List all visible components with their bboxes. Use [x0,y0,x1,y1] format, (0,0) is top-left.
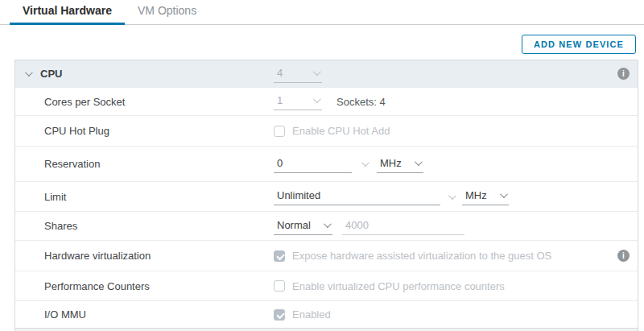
reservation-label: Reservation [15,158,274,170]
row-cpu-hot-plug: CPU Hot Plug Enable CPU Hot Add [15,115,638,146]
cpu-hot-add-checkbox-label: Enable CPU Hot Add [292,125,390,137]
cpu-section-title: CPU [40,68,62,80]
hardware-virtualization-label: Hardware virtualization [15,250,274,262]
row-cores-per-socket: Cores per Socket 1 Sockets: 4 [15,87,638,115]
expose-hw-virtualization-label: Expose hardware assisted virtualization … [292,250,551,262]
info-icon[interactable]: i [617,68,630,80]
reservation-input[interactable] [274,155,352,173]
shares-level-value: Normal [277,219,311,231]
cpu-count-value: 4 [277,67,283,79]
expose-hw-virtualization-checkbox[interactable] [274,250,285,262]
performance-counters-checkbox-label: Enable virtualized CPU performance count… [292,280,505,292]
chevron-down-icon [415,158,423,166]
tab-virtual-hardware[interactable]: Virtual Hardware [10,0,125,25]
next-section-header[interactable] [15,328,638,331]
performance-counters-checkbox[interactable] [274,280,285,292]
chevron-down-icon [324,220,332,228]
row-shares: Shares Normal [15,211,638,240]
row-reservation: Reservation MHz [15,146,638,181]
chevron-down-icon[interactable] [448,192,456,200]
row-hardware-virtualization: Hardware virtualization Expose hardware … [15,240,638,271]
reservation-unit-value: MHz [380,157,402,169]
reservation-unit-select[interactable]: MHz [377,155,423,173]
cpu-hot-plug-label: CPU Hot Plug [15,125,274,137]
cores-per-socket-select[interactable]: 1 [274,93,322,110]
info-icon[interactable]: i [617,250,630,262]
io-mmu-checkbox-label: Enabled [292,308,331,321]
chevron-down-icon[interactable] [361,159,369,167]
sockets-count-text: Sockets: 4 [336,96,386,108]
row-limit: Limit MHz [15,181,638,211]
limit-unit-value: MHz [465,189,487,201]
chevron-down-icon [313,95,321,103]
shares-value-input[interactable] [342,217,464,235]
shares-label: Shares [15,220,274,232]
virtual-hardware-panel: CPU 4 i Cores per Socket 1 Sockets: 4 CP… [14,60,638,331]
io-mmu-label: I/O MMU [15,308,274,321]
tab-vm-options[interactable]: VM Options [125,0,209,25]
tab-bar: Virtual Hardware VM Options [0,0,644,25]
device-toolbar: ADD NEW DEVICE [0,25,644,55]
chevron-down-icon [500,190,508,198]
io-mmu-checkbox[interactable] [274,309,285,321]
cpu-section-header[interactable]: CPU 4 i [15,60,638,87]
limit-label: Limit [15,191,274,203]
shares-level-select[interactable]: Normal [274,217,332,235]
cpu-count-select[interactable]: 4 [274,65,322,83]
cores-per-socket-label: Cores per Socket [15,96,274,108]
performance-counters-label: Performance Counters [15,280,274,292]
limit-unit-select[interactable]: MHz [462,188,509,205]
row-io-mmu: I/O MMU Enabled [15,300,638,328]
chevron-down-icon[interactable] [25,68,33,77]
cores-per-socket-value: 1 [277,94,283,106]
add-new-device-button[interactable]: ADD NEW DEVICE [522,35,636,54]
chevron-down-icon [313,68,321,76]
cpu-hot-add-checkbox[interactable] [274,126,285,137]
limit-input[interactable] [274,188,440,205]
row-performance-counters: Performance Counters Enable virtualized … [15,271,638,300]
